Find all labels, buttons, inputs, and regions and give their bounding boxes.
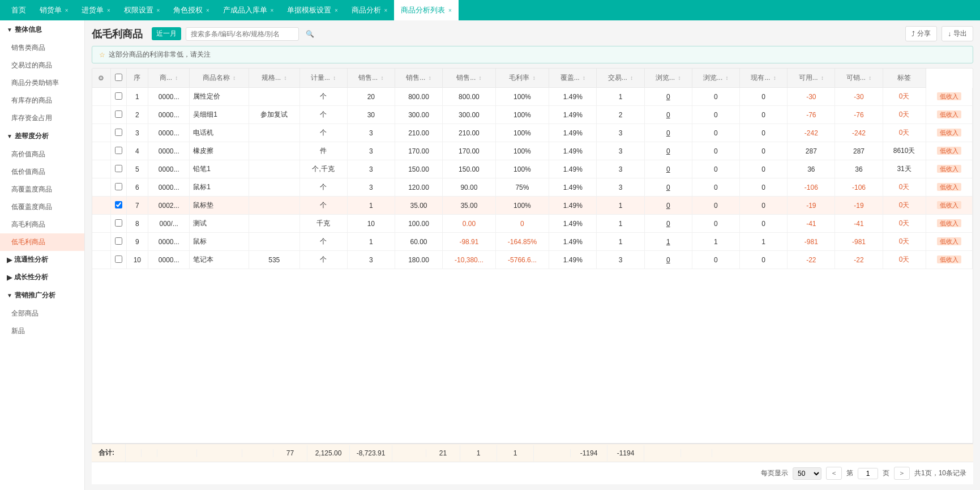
row-days-2: 0天	[883, 124, 926, 142]
nav-close-permissions[interactable]: ×	[157, 7, 160, 14]
row-trade-8: 1	[644, 233, 692, 251]
sidebar-group-title-liquidity[interactable]: ▶ 流通性分析	[0, 251, 84, 269]
sidebar-group-title-growth[interactable]: ▶ 成长性分析	[0, 269, 84, 286]
row-browse2-3: 0	[740, 142, 788, 160]
col-settings[interactable]: ⚙	[92, 69, 110, 88]
row-browse2-0: 0	[740, 88, 788, 106]
sidebar-item-high-value[interactable]: 高价值商品	[0, 146, 84, 163]
row-spec-5	[249, 178, 299, 197]
col-unit[interactable]: 计量... ↕	[299, 69, 347, 88]
row-unit-5: 个	[299, 178, 347, 197]
row-checkbox-0[interactable]	[110, 88, 126, 106]
page-size-select[interactable]: 50 100 200	[793, 467, 821, 480]
row-tag-9: 低收入	[926, 251, 972, 269]
nav-close-product-inbound[interactable]: ×	[271, 7, 274, 14]
sidebar-group-title-overall[interactable]: ▼ 整体信息	[0, 20, 84, 39]
footer-avail: -1194	[607, 445, 644, 461]
search-input[interactable]	[186, 27, 299, 41]
share-button[interactable]: ⤴ 分享	[905, 26, 937, 41]
row-settings-2	[92, 124, 110, 142]
sidebar-item-all-goods[interactable]: 全部商品	[0, 305, 84, 322]
page-total-label: 页	[883, 468, 889, 478]
footer-browse2	[534, 449, 571, 457]
export-button[interactable]: ↓ 导出	[942, 26, 973, 41]
row-checkbox-1[interactable]	[110, 106, 126, 124]
row-checkbox-8[interactable]	[110, 233, 126, 251]
col-checkbox[interactable]	[110, 69, 126, 88]
row-checkbox-3[interactable]	[110, 142, 126, 160]
nav-close-template[interactable]: ×	[335, 7, 338, 14]
total-records-label: 共1页，10条记录	[914, 468, 966, 478]
col-name[interactable]: 商品名称 ↕	[190, 69, 249, 88]
table-body: 1 0000... 属性定价 个 20 800.00 800.00 100% 1…	[92, 88, 973, 269]
nav-product-analysis-list[interactable]: 商品分析列表 ×	[394, 0, 458, 20]
row-tag-5: 低收入	[926, 178, 972, 197]
footer-browse1: 1	[497, 445, 534, 461]
sidebar-item-capital[interactable]: 库存资金占用	[0, 109, 84, 127]
nav-role-auth[interactable]: 角色授权 ×	[166, 0, 216, 20]
nav-purchase-order[interactable]: 进货单 ×	[75, 0, 117, 20]
sidebar-group-title-analysis[interactable]: ▼ 差帮度分析	[0, 127, 84, 146]
row-sale2-3: 170.00	[443, 142, 496, 160]
sidebar-item-high-coverage[interactable]: 高覆盖度商品	[0, 181, 84, 198]
sidebar-item-traded-goods[interactable]: 交易过的商品	[0, 57, 84, 74]
row-stock-4: 36	[788, 160, 835, 178]
nav-home[interactable]: 首页	[5, 0, 33, 20]
nav-permissions[interactable]: 权限设置 ×	[117, 0, 166, 20]
row-checkbox-2[interactable]	[110, 124, 126, 142]
col-days[interactable]: 可销... ↕	[835, 69, 883, 88]
row-checkbox-6[interactable]	[110, 197, 126, 215]
date-range-button[interactable]: 近一月	[152, 27, 181, 40]
row-browse1-2: 0	[692, 124, 739, 142]
row-qty-1: 30	[347, 106, 395, 124]
col-browse2[interactable]: 浏览... ↕	[692, 69, 739, 88]
row-sale1-5: 120.00	[395, 178, 442, 197]
row-checkbox-7[interactable]	[110, 215, 126, 233]
nav-product-inbound[interactable]: 产成品入库单 ×	[216, 0, 280, 20]
col-sale1[interactable]: 销售... ↕	[395, 69, 442, 88]
pagination-bar: 每页显示 50 100 200 ＜ 第 页 ＞ 共1页，10条记录	[92, 462, 973, 484]
sidebar-item-new-goods[interactable]: 新品	[0, 322, 84, 340]
next-page-button[interactable]: ＞	[894, 467, 910, 480]
col-code[interactable]: 商... ↕	[148, 69, 190, 88]
prev-page-button[interactable]: ＜	[826, 467, 842, 480]
row-avail-4: 36	[835, 160, 883, 178]
sidebar-group-title-marketing[interactable]: ▼ 营销推广分析	[0, 286, 84, 305]
nav-close-role-auth[interactable]: ×	[206, 7, 209, 14]
sidebar-item-low-margin[interactable]: 低毛利商品	[0, 233, 84, 251]
col-spec[interactable]: 规格... ↕	[249, 69, 299, 88]
sidebar-item-high-margin[interactable]: 高毛利商品	[0, 216, 84, 233]
nav-template-settings[interactable]: 单据模板设置 ×	[280, 0, 344, 20]
sidebar-item-category-rate[interactable]: 商品分类助销率	[0, 74, 84, 92]
nav-sales-order[interactable]: 销货单 ×	[33, 0, 75, 20]
sidebar-item-low-coverage[interactable]: 低覆盖度商品	[0, 198, 84, 216]
col-browse1[interactable]: 浏览... ↕	[644, 69, 692, 88]
row-qty-8: 1	[347, 233, 395, 251]
col-coverage[interactable]: 覆盖... ↕	[549, 69, 597, 88]
col-qty[interactable]: 销售... ↕	[347, 69, 395, 88]
page-size-label: 每页显示	[761, 468, 788, 478]
nav-close-purchase[interactable]: ×	[107, 7, 110, 14]
sort-icon-trade: ↕	[630, 75, 633, 81]
nav-close-product-analysis[interactable]: ×	[384, 7, 387, 14]
nav-close-sales[interactable]: ×	[65, 7, 69, 14]
row-checkbox-5[interactable]	[110, 178, 126, 197]
col-sale2[interactable]: 销售... ↕	[443, 69, 496, 88]
sidebar-item-in-stock[interactable]: 有库存的商品	[0, 92, 84, 109]
sort-icon-stock: ↕	[773, 75, 776, 81]
nav-product-analysis[interactable]: 商品分析 ×	[345, 0, 394, 20]
search-icon[interactable]: 🔍	[306, 30, 314, 38]
row-checkbox-4[interactable]	[110, 160, 126, 178]
row-stock-7: -41	[788, 215, 835, 233]
row-checkbox-9[interactable]	[110, 251, 126, 269]
page-title: 低毛利商品	[92, 27, 143, 41]
select-all-checkbox[interactable]	[115, 74, 122, 81]
col-avail[interactable]: 可用... ↕	[788, 69, 835, 88]
nav-close-analysis-list[interactable]: ×	[448, 7, 452, 14]
col-trade[interactable]: 交易... ↕	[597, 69, 644, 88]
col-stock[interactable]: 现有... ↕	[740, 69, 788, 88]
col-gross-rate[interactable]: 毛利率 ↕	[495, 69, 549, 88]
sidebar-item-low-value[interactable]: 低价值商品	[0, 163, 84, 181]
sidebar-item-sales-goods[interactable]: 销售类商品	[0, 39, 84, 57]
page-number-input[interactable]	[858, 468, 878, 479]
